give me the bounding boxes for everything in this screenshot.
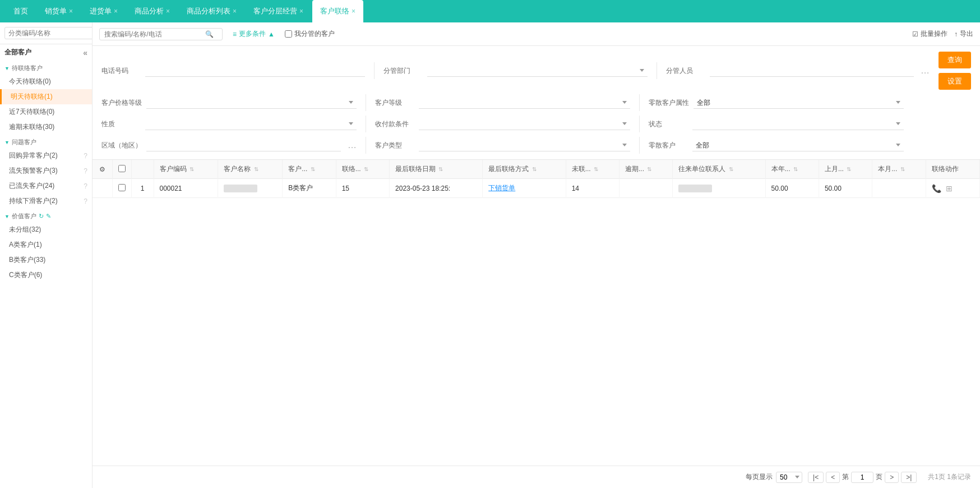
sort-icon-method: ⇅ — [532, 166, 537, 172]
refresh-icon[interactable]: ↻ — [39, 213, 44, 220]
last-method-link[interactable]: 下销货单 — [488, 184, 515, 192]
filter-retail-attr: 零散客户属性 全部 — [649, 97, 904, 109]
nav-item-customer-contact[interactable]: 客户联络 × — [312, 0, 363, 22]
divider3 — [366, 94, 366, 111]
col-customer-category[interactable]: 客户... ⇅ — [283, 160, 336, 179]
col-settings[interactable]: ⚙ — [93, 160, 112, 179]
sidebar-item-class-a[interactable]: A类客户(1) — [0, 237, 92, 252]
nav-close-analysis-list[interactable]: × — [233, 7, 237, 15]
sort-icon-overdue: ⇅ — [647, 166, 651, 172]
retail-attr-select[interactable]: 全部 — [694, 97, 904, 109]
sidebar-item-churned[interactable]: 已流失客户(24) ? — [0, 178, 92, 194]
sidebar-search-input[interactable] — [4, 27, 93, 39]
toolbar-right: ☑ 批量操作 ↑ 导出 — [912, 29, 973, 39]
search-box: 🔍 — [99, 28, 223, 40]
filter-icon: ≡ — [233, 30, 237, 38]
nature-select[interactable] — [145, 118, 357, 130]
sidebar-item-unclassified[interactable]: 未分组(32) — [0, 222, 92, 237]
nav-item-sales[interactable]: 销货单 × — [37, 0, 81, 22]
manager-input[interactable] — [710, 65, 914, 77]
col-this-month[interactable]: 本月... ⇅ — [872, 160, 926, 179]
col-unit-contact[interactable]: 往来单位联系人 ⇅ — [673, 160, 765, 179]
sidebar-item-class-b[interactable]: B类客户(33) — [0, 252, 92, 268]
col-action: 联络动作 — [926, 160, 979, 179]
page-number-input[interactable] — [851, 472, 873, 483]
nav-close-purchase[interactable]: × — [114, 7, 118, 15]
toolbar: 🔍 ≡ 更多条件 ▲ 我分管的客户 ☑ 批量操作 ↑ 导出 — [93, 22, 980, 46]
customer-type-select[interactable] — [419, 140, 630, 151]
search-icon[interactable]: 🔍 — [205, 30, 214, 38]
sidebar-all-customers[interactable]: 全部客户 « — [0, 44, 92, 61]
row-last-month: 50.00 — [819, 179, 872, 198]
col-customer-code[interactable]: 客户编码 ⇅ — [154, 160, 218, 179]
more-filter-button[interactable]: ≡ 更多条件 ▲ — [228, 27, 279, 41]
col-overdue[interactable]: 逾期... ⇅ — [620, 160, 673, 179]
nav-close-customer-tier[interactable]: × — [299, 7, 303, 15]
row-checkbox[interactable] — [118, 184, 126, 191]
edit-icon[interactable]: ✎ — [46, 213, 51, 220]
prev-page-button[interactable]: < — [826, 472, 840, 483]
export-icon: ↑ — [954, 30, 958, 38]
export-button[interactable]: ↑ 导出 — [954, 29, 973, 39]
sidebar-group-value: 价值客户 ↻ ✎ — [0, 209, 92, 222]
sidebar-item-7days[interactable]: 近7天待联络(0) — [0, 104, 92, 119]
region-input[interactable] — [146, 140, 341, 151]
phone-input[interactable] — [145, 65, 365, 77]
nav-item-analysis[interactable]: 商品分析 × — [127, 0, 178, 22]
sidebar-item-class-c[interactable]: C类客户(6) — [0, 268, 92, 283]
first-page-button[interactable]: |< — [808, 472, 824, 483]
sort-icon-cat: ⇅ — [311, 166, 315, 172]
nav-close-customer-contact[interactable]: × — [352, 7, 355, 15]
nav-item-home[interactable]: 首页 — [6, 0, 36, 22]
my-customers-checkbox[interactable] — [285, 30, 292, 38]
query-button[interactable]: 查询 — [939, 52, 971, 68]
col-this-year[interactable]: 本年... ⇅ — [765, 160, 819, 179]
sidebar-item-overdue[interactable]: 逾期未联络(30) — [0, 119, 92, 135]
nav-item-analysis-list[interactable]: 商品分析列表 × — [179, 0, 244, 22]
sidebar-item-tomorrow[interactable]: 明天待联络(1) — [0, 89, 92, 104]
page-size-select[interactable]: 50 10 20 100 — [776, 472, 802, 483]
nav-close-sales[interactable]: × — [69, 7, 73, 15]
sidebar-item-declining[interactable]: 持续下滑客户(2) ? — [0, 194, 92, 209]
row-checkbox-cell — [112, 179, 131, 198]
filter-row-4: 区域（地区） … 客户类型 零散客户 — [101, 137, 971, 154]
filter-status: 状态 — [649, 118, 904, 130]
col-contact-count[interactable]: 联络... ⇅ — [336, 160, 389, 179]
manager-more-icon[interactable]: … — [921, 66, 930, 76]
col-last-month[interactable]: 上月... ⇅ — [819, 160, 872, 179]
col-last-contact-method[interactable]: 最后联络方式 ⇅ — [483, 160, 566, 179]
next-page-button[interactable]: > — [885, 472, 899, 483]
dept-select[interactable] — [427, 65, 647, 77]
sidebar-item-repurchase-anomaly[interactable]: 回购异常客户(2) ? — [0, 148, 92, 163]
sidebar-item-today[interactable]: 今天待联络(0) — [0, 74, 92, 89]
row-action-cell: 📞 ⊞ — [926, 179, 979, 198]
region-more-icon[interactable]: … — [348, 140, 357, 150]
col-customer-name[interactable]: 客户名称 ⇅ — [218, 160, 283, 179]
retail-customer-select[interactable]: 全部 — [692, 140, 904, 151]
setting-button[interactable]: 设置 — [939, 73, 971, 90]
my-customers-checkbox-label: 我分管的客户 — [285, 29, 335, 39]
filter-region: 区域（地区） … — [101, 140, 357, 151]
batch-operation-button[interactable]: ☑ 批量操作 — [912, 29, 947, 39]
filter-phone: 电话号码 — [101, 65, 365, 77]
more-action-icon[interactable]: ⊞ — [946, 184, 953, 193]
chevron-up-icon: ▲ — [268, 30, 275, 38]
divider6 — [639, 116, 640, 132]
customer-type-wrapper — [419, 140, 630, 151]
customer-price-level-select[interactable] — [146, 97, 357, 109]
phone-action-icon[interactable]: 📞 — [932, 184, 941, 193]
last-page-button[interactable]: >| — [901, 472, 917, 483]
payment-select[interactable] — [419, 118, 630, 130]
search-input[interactable] — [104, 30, 205, 38]
sidebar-item-churn-warning[interactable]: 流失预警客户(3) ? — [0, 163, 92, 178]
customer-grade-select[interactable] — [419, 97, 630, 109]
col-last-contact-date[interactable]: 最后联络日期 ⇅ — [390, 160, 483, 179]
nav-item-purchase[interactable]: 进货单 × — [82, 0, 126, 22]
col-uncontacted[interactable]: 未联... ⇅ — [566, 160, 619, 179]
dept-select-wrapper — [427, 65, 647, 77]
nav-item-customer-tier[interactable]: 客户分层经营 × — [246, 0, 311, 22]
select-all-checkbox[interactable] — [118, 165, 126, 172]
sidebar: 🔍 全部客户 « 待联络客户 今天待联络(0) 明天待联络(1) 近7天待联络(… — [0, 22, 93, 488]
status-select[interactable] — [692, 118, 904, 130]
nav-close-analysis[interactable]: × — [166, 7, 170, 15]
